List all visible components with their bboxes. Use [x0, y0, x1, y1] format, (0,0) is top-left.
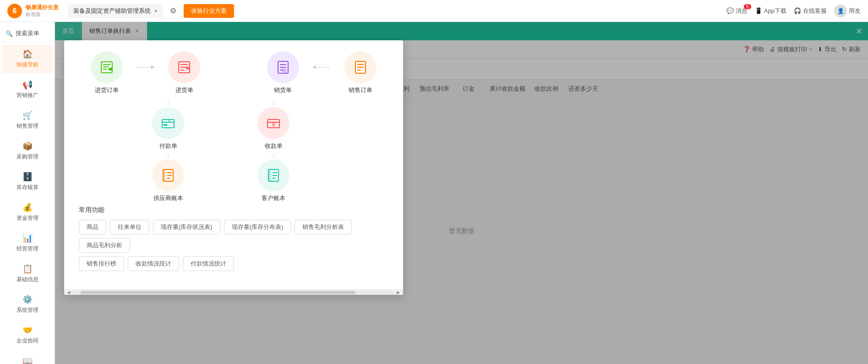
logo-text: 畅康通好生意 标准版 [26, 4, 59, 18]
sales-order-label: 销售订单 [349, 86, 372, 94]
receipt-circle[interactable]: ¥ [257, 107, 289, 139]
svg-rect-30 [163, 169, 165, 181]
spacer2 [198, 98, 221, 150]
flow-customer-book: ↓ 客户账本 [244, 150, 303, 202]
supplier-book-circle[interactable] [152, 159, 184, 191]
sidebar-item-marketing[interactable]: 📢 营销推广 [2, 75, 53, 104]
sidebar: 🔍 搜索菜单 🏠 快捷导航 📢 营销推广 🛒 销售管理 📦 采购管理 🗄️ 库存… [0, 22, 55, 364]
sales-bill-circle[interactable] [267, 51, 299, 83]
flow-sales-order: 销售订单 [333, 51, 388, 94]
down-arrow-2: ↓ [272, 98, 275, 107]
modal-box: 进货订单 进货单 [64, 40, 403, 295]
message-badge: 6 [744, 4, 751, 9]
func-btn-receipt-stat[interactable]: 收款情况统计 [128, 256, 179, 271]
app-title-area[interactable]: 装备及固定资产辅助管理系统 ▾ [68, 4, 163, 18]
down-arrow-1: ↓ [166, 98, 170, 107]
func-btn-stock-dist[interactable]: 现存量(库存分布表) [224, 220, 291, 234]
sidebar-item-purchase[interactable]: 📦 采购管理 [2, 136, 53, 165]
modal-overlay[interactable]: 进货订单 进货单 [55, 22, 868, 364]
inventory-icon: 🗄️ [22, 172, 33, 182]
flow-diagram: 进货订单 进货单 [79, 51, 388, 202]
spacer3 [198, 150, 244, 202]
scroll-right-icon[interactable]: ▶ [396, 290, 401, 295]
sidebar-item-operation[interactable]: 📊 经营管理 [2, 228, 53, 257]
sales-icon: 🛒 [22, 110, 33, 120]
sidebar-item-inventory[interactable]: 🗄️ 库存核算 [2, 167, 53, 196]
sidebar-item-newbie[interactable]: 📖 新手引导 [2, 351, 53, 364]
purchase-bill-circle[interactable] [168, 51, 200, 83]
service-icon: 🎧 [794, 7, 801, 14]
content-area: 首页 销售订单执行表 ✕ ✕ ❓ 帮助 🖨 按模板打印 ▾ ⬇ 导 [55, 22, 868, 364]
purchase-order-circle[interactable] [91, 51, 123, 83]
payment-circle[interactable]: ¥ [152, 107, 184, 139]
top-header: 6 畅康通好生意 标准版 装备及固定资产辅助管理系统 ▾ ⚙ 体验行业方案 💬 … [0, 0, 868, 22]
svg-rect-15 [282, 69, 287, 72]
down-arrow-3: ↓ [166, 150, 170, 159]
arrow-1 [135, 65, 156, 81]
sidebar-item-quick-nav[interactable]: 🏠 快捷导航 [2, 44, 53, 73]
func-btn-goods[interactable]: 商品 [79, 220, 106, 234]
trial-btn[interactable]: 体验行业方案 [184, 4, 234, 18]
purchase-icon: 📦 [22, 141, 33, 151]
avatar: 👤 [834, 5, 847, 17]
sidebar-item-finance[interactable]: 💰 资金管理 [2, 198, 53, 227]
operation-icon: 📊 [22, 233, 33, 243]
message-action[interactable]: 💬 消息 6 [726, 7, 748, 15]
logo-icon: 6 [7, 4, 22, 18]
app-title: 装备及固定资产辅助管理系统 [73, 7, 151, 15]
header-left: 6 畅康通好生意 标准版 装备及固定资产辅助管理系统 ▾ ⚙ 体验行业方案 [7, 4, 234, 18]
svg-text:¥: ¥ [168, 119, 170, 123]
online-service-label: 在线客服 [803, 7, 827, 15]
sidebar-item-system[interactable]: ⚙️ 系统管理 [2, 290, 53, 319]
basic-icon: 📋 [22, 264, 33, 274]
flow-purchase-order: 进货订单 [79, 51, 135, 94]
sales-order-circle[interactable] [344, 51, 377, 83]
func-btn-sales-profit[interactable]: 销售毛利分析表 [295, 220, 352, 234]
flow-sales-bill: 销货单 [255, 51, 311, 94]
app-download-action[interactable]: 📱 App下载 [755, 7, 786, 15]
func-btn-sales-rank[interactable]: 销售排行榜 [79, 256, 124, 271]
flow-supplier-book: ↓ 供应商账本 [138, 150, 198, 202]
common-functions: 常用功能 商品 往来单位 现存量(库存状况表) 现存量(库存分布表) 销售毛利分… [79, 206, 388, 271]
user-label: 用友 [849, 7, 861, 15]
newbie-icon: 📖 [22, 356, 33, 364]
flow-left-payment: ↓ ¥ 付款单 [138, 98, 198, 150]
user-action[interactable]: 👤 用友 [834, 5, 861, 17]
svg-rect-24 [164, 124, 167, 126]
scrollbar-thumb[interactable] [81, 291, 355, 294]
flow-top-row: 进货订单 进货单 [79, 51, 388, 94]
enterprise-icon: 🤝 [22, 325, 33, 335]
app-download-label: App下载 [764, 7, 786, 15]
down-arrow-4: ↓ [272, 150, 275, 159]
scroll-left-icon[interactable]: ◀ [66, 290, 71, 295]
func-btn-goods-profit[interactable]: 商品毛利分析 [79, 238, 130, 253]
download-icon: 📱 [755, 7, 762, 14]
sidebar-item-sales[interactable]: 🛒 销售管理 [2, 106, 53, 135]
func-btn-contacts[interactable]: 往来单位 [110, 220, 149, 234]
modal-scrollbar[interactable]: ◀ ▶ [64, 289, 403, 295]
purchase-order-label: 进货订单 [95, 86, 119, 94]
search-menu-btn[interactable]: 🔍 搜索菜单 [0, 26, 55, 42]
svg-rect-35 [268, 169, 271, 181]
header-right: 💬 消息 6 📱 App下载 🎧 在线客服 👤 用友 [726, 5, 861, 17]
supplier-book-label: 供应商账本 [153, 194, 183, 202]
modal-content: 进货订单 进货单 [64, 40, 403, 286]
func-buttons-row1: 商品 往来单位 现存量(库存状况表) 现存量(库存分布表) 销售毛利分析表 商品… [79, 220, 388, 253]
marketing-icon: 📢 [22, 80, 33, 90]
customer-book-circle[interactable] [257, 159, 289, 191]
payment-label: 付款单 [159, 142, 177, 150]
sales-bill-label: 销货单 [274, 86, 292, 94]
scrollbar-track[interactable] [71, 291, 396, 294]
common-title: 常用功能 [79, 206, 388, 214]
svg-marker-6 [151, 65, 155, 69]
sidebar-item-basic[interactable]: 📋 基础信息 [2, 259, 53, 288]
func-btn-stock-status[interactable]: 现存量(库存状况表) [153, 220, 220, 234]
func-btn-payment-stat[interactable]: 付款情况统计 [183, 256, 234, 271]
svg-marker-4 [109, 67, 112, 71]
settings-icon-btn[interactable]: ⚙ [168, 5, 178, 17]
svg-marker-17 [312, 65, 316, 69]
online-service-action[interactable]: 🎧 在线客服 [794, 7, 827, 15]
flow-bottom-section: ↓ 供应商账本 ↓ [79, 150, 388, 202]
main-layout: 🔍 搜索菜单 🏠 快捷导航 📢 营销推广 🛒 销售管理 📦 采购管理 🗄️ 库存… [0, 22, 868, 364]
sidebar-item-enterprise[interactable]: 🤝 企业协同 [2, 321, 53, 349]
